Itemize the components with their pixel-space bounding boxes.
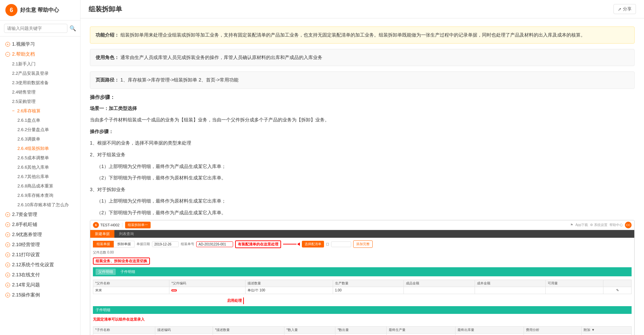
- app-form-dept-input[interactable]: [331, 241, 351, 247]
- table-row: 产品 1 单位(个+个) 35.00 35.00 50.00 50.00 0.0…: [93, 333, 632, 335]
- plus-icon: +: [5, 283, 10, 287]
- plus-icon: +: [5, 232, 10, 237]
- app-form-date-input[interactable]: [152, 241, 179, 247]
- col-available: 可用量: [546, 280, 603, 287]
- search-icon[interactable]: 🔍: [69, 25, 76, 32]
- sidebar-item-docs[interactable]: − 2.帮助文档: [0, 49, 80, 59]
- sidebar-item-other-in[interactable]: 2.6.6其他入库单: [0, 163, 80, 172]
- sidebar-item-data-prep[interactable]: 2.3使用前数据准备: [0, 78, 80, 88]
- col-child-code: 描述编码: [155, 326, 213, 333]
- sidebar-item-install[interactable]: 2.2产品安装及登录: [0, 69, 80, 78]
- share-button[interactable]: ➚ 分享: [613, 4, 636, 14]
- col-produce-qty: 生产数量: [333, 280, 404, 287]
- col-parent-code: *父件编码: [169, 280, 246, 287]
- sidebar-item-mobile[interactable]: + 2.8手机旺铺: [0, 220, 80, 230]
- sidebar-item-coupon[interactable]: + 2.9优惠券管理: [0, 230, 80, 240]
- col-child-desc-qty: *描述数量: [213, 326, 284, 333]
- cell-in-qty: 35.00: [284, 333, 335, 335]
- sidebar-header: 6 好生意 帮助中心: [0, 0, 80, 20]
- section-tab-parent[interactable]: 父件明细: [96, 269, 116, 275]
- scene1-title: 场景一：加工类型选择: [90, 104, 635, 113]
- sidebar-item-sales[interactable]: 2.4销售管理: [0, 88, 80, 97]
- app-subnav-item-list[interactable]: 列表查询: [114, 230, 139, 238]
- plus-icon: +: [5, 263, 10, 267]
- app-doc-type-btn[interactable]: 组装拆卸单一: [125, 222, 151, 228]
- sidebar-item-cost-recalc[interactable]: 2.6.8商品成本重算: [0, 181, 80, 191]
- main-header: 组装拆卸单 ➚ 分享: [80, 0, 644, 18]
- user-avatar: CC: [625, 222, 632, 228]
- cell-final-produce: 50.00: [386, 333, 455, 335]
- main-content: 组装拆卸单 ➚ 分享 功能介绍： 组装拆卸单用来处理企业组装或拆卸等加工业务，支…: [80, 0, 644, 335]
- cell-child-code: [155, 333, 213, 335]
- col-cost-analysis: 费用分析: [524, 326, 582, 333]
- sidebar-item-partial-stocktake[interactable]: 2.6.2分量盘点单: [0, 125, 80, 134]
- page-title: 组装拆卸单: [89, 5, 122, 14]
- sidebar-group-label: 1.视频学习: [12, 41, 35, 47]
- sidebar-item-inventory[interactable]: − 2.6库存核算: [0, 106, 80, 116]
- cell-edit[interactable]: ✎: [603, 287, 632, 294]
- plus-icon: +: [5, 273, 10, 277]
- sidebar-item-faq[interactable]: + 2.14常见问题: [0, 280, 80, 290]
- cell-child-desc-qty: 单位(个+个): [213, 333, 284, 335]
- sidebar-group-label: 2.7资金管理: [12, 212, 37, 218]
- path-label: 页面路径：: [96, 77, 119, 82]
- sidebar-item-ledger[interactable]: 2.6.9库存账本查询: [0, 191, 80, 200]
- sidebar-item-assembly[interactable]: 2.6.4组装拆卸单: [0, 144, 80, 153]
- app-nav-icon4: 帮助中心: [609, 223, 623, 227]
- sidebar-item-customize[interactable]: + 2.12系统个性化设置: [0, 260, 80, 270]
- col-parent-name: *父件名称: [93, 280, 169, 287]
- sidebar-item-video[interactable]: + 1.视频学习: [0, 39, 80, 49]
- app-btn-select-bom[interactable]: 选择配清单: [302, 241, 324, 247]
- app-form-code-input[interactable]: [196, 241, 233, 247]
- app-form-date-label: 单据日期: [137, 242, 150, 246]
- section-tab-child[interactable]: 子件明细: [118, 269, 138, 275]
- sidebar-item-finance[interactable]: + 2.7资金管理: [0, 210, 80, 220]
- sidebar-item-cases[interactable]: + 2.15操作案例: [0, 290, 80, 300]
- minus-icon-small: −: [12, 108, 15, 113]
- sidebar-group-label: 2.12系统个性化设置: [12, 262, 54, 268]
- search-box[interactable]: 🔍: [0, 20, 80, 37]
- intro-block: 功能介绍： 组装拆卸单用来处理企业组装或拆卸等加工业务，支持有固定装配清单的产品…: [90, 26, 635, 44]
- search-input[interactable]: [4, 24, 67, 33]
- sidebar: 6 好生意 帮助中心 🔍 + 1.视频学习 − 2.帮助文档 2.1新手入门 2…: [0, 0, 80, 335]
- sidebar-item-payment[interactable]: + 2.13在线支付: [0, 270, 80, 280]
- app-btn-confirm[interactable]: 添加完整: [353, 240, 373, 248]
- annotation-arrow-1: [283, 242, 300, 246]
- app-type-btn-assemble[interactable]: 组装单据: [93, 241, 114, 247]
- cell-actions[interactable]: ✎ 🗑: [582, 333, 632, 335]
- sidebar-item-ops[interactable]: + 2.10经营管理: [0, 240, 80, 250]
- step3: 3、对于拆卸业务: [90, 185, 635, 194]
- path-block: 页面路径： 1、库存核算->库存管理->组装拆卸单 2、首页->常用功能: [90, 71, 635, 89]
- annotation-enable: 启用处理: [227, 298, 242, 303]
- step3-sub2: （2）下部明细为子件明细，最终作为产成品生成某它入库单。: [90, 208, 635, 217]
- app-subnav-item-active[interactable]: 新建单据: [90, 230, 114, 238]
- cell-cost: 0.00: [524, 333, 582, 335]
- sidebar-item-print[interactable]: + 2.11打印设置: [0, 250, 80, 260]
- cell-desc-qty: 单位/个 100: [246, 287, 333, 294]
- sidebar-group-label: 2.9优惠券管理: [12, 232, 42, 238]
- sidebar-item-stocktake[interactable]: 2.6.1盘点单: [0, 116, 80, 125]
- app-subnav: 新建单据 列表查询: [90, 230, 634, 238]
- cell-child-name: 产品 1: [93, 333, 155, 335]
- sidebar-item-cost-adj[interactable]: 2.6.5成本调整单: [0, 153, 80, 163]
- sidebar-item-newbie[interactable]: 2.1新手入门: [0, 59, 80, 69]
- sidebar-group-label: 2.15操作案例: [12, 292, 40, 298]
- cell-parent-name: 米米: [93, 287, 169, 294]
- sidebar-item-other-out[interactable]: 2.6.7其他出库单: [0, 172, 80, 181]
- step3-sub1: （1）上部明细为父件明细，最终作为原材料生成某它出库单；: [90, 197, 635, 206]
- annotation-block-3: 启用处理: [227, 297, 632, 304]
- sidebar-item-transfer[interactable]: 2.6.3调拨单: [0, 134, 80, 144]
- path-text: 1、库存核算->库存管理->组装拆卸单 2、首页->常用功能: [120, 77, 238, 82]
- app-type-buttons[interactable]: 组装单据 拆卸单据: [93, 241, 135, 247]
- sidebar-group-label: 2.8手机旺铺: [12, 222, 37, 228]
- app-type-btn-disassemble[interactable]: 拆卸单据: [114, 241, 135, 247]
- sidebar-item-ledger-fix[interactable]: 2.6.10库存账本错了怎么办: [0, 200, 80, 210]
- app-form-area: 组装单据 拆卸单据 单据日期 组装单号 有装配清单的在这里处理: [90, 238, 634, 335]
- app-form-dept-label: ☐: [326, 242, 329, 246]
- annotation-assemble-list: 有装配清单的在这里处理: [235, 240, 281, 248]
- intro-text: 组装拆卸单用来处理企业组装或拆卸等加工业务，支持有固定装配清单的产品加工业务，也…: [120, 32, 585, 38]
- app-form-code-label: 组装单号: [181, 242, 194, 246]
- app-topbar: 6 TEST-H002 组装拆卸单一 ⚑ App下载 ⚙ 系统设置 帮助中心 C…: [90, 220, 634, 230]
- sidebar-item-purchase[interactable]: 2.5采购管理: [0, 97, 80, 106]
- col-action: [603, 280, 632, 287]
